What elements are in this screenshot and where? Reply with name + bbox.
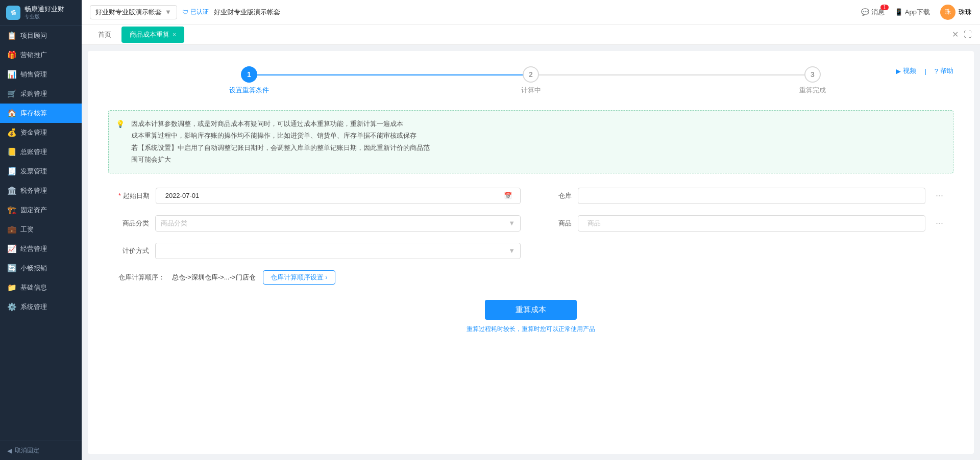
stepper: 1 设置重算条件 2 计算中 3 重算完成 ▶ bbox=[108, 66, 953, 95]
purchase-icon: 🛒 bbox=[7, 89, 16, 98]
calc-order-settings-button[interactable]: 仓库计算顺序设置 › bbox=[263, 270, 335, 285]
warehouse-dots[interactable]: ··· bbox=[936, 190, 943, 201]
sidebar-item-label: 发票管理 bbox=[20, 167, 47, 176]
help-button[interactable]: ? 帮助 bbox=[935, 66, 953, 75]
warehouse-label: 仓库 bbox=[541, 191, 572, 200]
verified-text: 已认证 bbox=[190, 8, 209, 16]
sidebar-header: 畅 畅康通好业财 专业版 bbox=[0, 0, 82, 26]
stepper-step2: 2 计算中 bbox=[390, 66, 672, 95]
tabs-bar: 首页 商品成本重算 × ✕ ⛶ bbox=[82, 24, 980, 45]
sidebar-item-inventory[interactable]: 🏠 库存核算 bbox=[0, 104, 82, 123]
sidebar-item-label: 营销推广 bbox=[20, 50, 47, 60]
topbar: 好业财专业版演示帐套 ▼ 🛡 已认证 好业财专业版演示帐套 💬 消息 1 📱 A… bbox=[82, 0, 980, 24]
sidebar-item-expense[interactable]: 🔄 小畅报销 bbox=[0, 259, 82, 278]
messages-badge: 1 bbox=[880, 5, 889, 10]
tax-icon: 🏛️ bbox=[7, 186, 16, 195]
sidebar-pin-toggle[interactable]: ◀ 取消固定 bbox=[0, 441, 82, 460]
calc-order-label: 仓库计算顺序： bbox=[118, 273, 165, 282]
start-date-label: 起始日期 bbox=[118, 191, 150, 200]
tab-cost-recalc[interactable]: 商品成本重算 × bbox=[121, 27, 184, 43]
tab-cost-recalc-label: 商品成本重算 bbox=[130, 30, 169, 39]
product-label: 商品 bbox=[541, 219, 572, 228]
form-row-2: 商品分类 商品分类 ▼ 商品 商品 ··· bbox=[118, 215, 943, 232]
step1-label: 设置重算条件 bbox=[229, 86, 269, 95]
pricing-method-arrow: ▼ bbox=[508, 247, 515, 254]
sidebar-item-label: 资金管理 bbox=[20, 128, 47, 137]
tab-close-icon[interactable]: × bbox=[173, 31, 176, 38]
category-arrow: ▼ bbox=[508, 219, 515, 227]
info-content: 因成本计算参数调整，或是对商品成本有疑问时，可以通过成本重算功能，重新计算一遍成… bbox=[119, 118, 943, 166]
sidebar-item-label: 销售管理 bbox=[20, 70, 47, 79]
info-line3: 若【系统设置】中启用了自动调整记账日期时，会调整入库单的整单记账日期，因此重新计… bbox=[131, 142, 943, 154]
close-window-icon[interactable]: ✕ bbox=[952, 30, 959, 39]
tab-controls: ✕ ⛶ bbox=[952, 30, 972, 39]
pricing-method-select[interactable]: ▼ bbox=[155, 243, 521, 259]
invoice-icon: 🧾 bbox=[7, 167, 16, 176]
accounting-icon: 📒 bbox=[7, 147, 16, 157]
sidebar-item-basic[interactable]: 📁 基础信息 bbox=[0, 278, 82, 297]
category-field: 商品分类 商品分类 ▼ bbox=[118, 215, 521, 232]
sidebar-item-label: 基础信息 bbox=[20, 283, 47, 292]
tab-home[interactable]: 首页 bbox=[90, 27, 119, 43]
fixed-assets-icon: 🏗️ bbox=[7, 206, 16, 215]
product-input[interactable]: 商品 bbox=[578, 215, 925, 232]
account-selector-text: 好业财专业版演示帐套 bbox=[95, 8, 162, 17]
video-label: 视频 bbox=[903, 66, 916, 75]
sidebar-item-label: 固定资产 bbox=[20, 206, 47, 215]
expand-icon[interactable]: ⛶ bbox=[964, 30, 972, 39]
sidebar-item-payroll[interactable]: 💼 工资 bbox=[0, 220, 82, 239]
product-field: 商品 商品 ··· bbox=[541, 215, 943, 232]
pricing-method-field: 计价方式 ▼ bbox=[118, 243, 521, 259]
sidebar-item-marketing[interactable]: 🎁 营销推广 bbox=[0, 45, 82, 65]
sidebar-item-finance[interactable]: 💰 资金管理 bbox=[0, 123, 82, 142]
sidebar-item-project[interactable]: 📋 项目顾问 bbox=[0, 26, 82, 45]
app-logo: 畅 bbox=[6, 6, 20, 20]
message-icon: 💬 bbox=[861, 8, 869, 16]
app-title: 畅康通好业财 专业版 bbox=[24, 5, 64, 20]
inventory-icon: 🏠 bbox=[7, 109, 16, 118]
sidebar-item-accounting[interactable]: 📒 总账管理 bbox=[0, 142, 82, 162]
recalculate-button[interactable]: 重算成本 bbox=[485, 300, 577, 320]
start-date-value: 2022-07-01 bbox=[161, 192, 501, 199]
calc-order-row: 仓库计算顺序： 总仓->深圳仓库->...->门店仓 仓库计算顺序设置 › bbox=[118, 270, 943, 285]
sidebar-item-tax[interactable]: 🏛️ 税务管理 bbox=[0, 181, 82, 200]
warehouse-input[interactable] bbox=[578, 188, 925, 204]
submit-section: 重算成本 重算过程耗时较长，重算时您可以正常使用产品 bbox=[108, 300, 953, 334]
form-row-3: 计价方式 ▼ bbox=[118, 243, 943, 259]
account-selector-arrow: ▼ bbox=[165, 8, 172, 16]
info-line4: 围可能会扩大 bbox=[131, 154, 943, 165]
sidebar-item-purchase[interactable]: 🛒 采购管理 bbox=[0, 84, 82, 104]
calendar-icon: 📅 bbox=[501, 192, 515, 199]
category-select[interactable]: 商品分类 ▼ bbox=[155, 215, 521, 232]
step3-circle: 3 bbox=[804, 66, 821, 83]
calc-order-btn-label: 仓库计算顺序设置 › bbox=[271, 273, 328, 282]
sidebar-item-label: 库存核算 bbox=[20, 109, 47, 118]
sidebar-item-label: 项目顾问 bbox=[20, 31, 47, 40]
avatar: 珠 bbox=[940, 5, 955, 20]
submit-hint: 重算过程耗时较长，重算时您可以正常使用产品 bbox=[467, 325, 595, 334]
finance-icon: 💰 bbox=[7, 128, 16, 137]
info-icon: 💡 bbox=[116, 118, 125, 131]
divider: | bbox=[924, 67, 926, 75]
sidebar-item-label: 工资 bbox=[20, 225, 34, 234]
basic-icon: 📁 bbox=[7, 283, 16, 292]
info-line2: 成本重算过程中，影响库存账的操作均不能操作，比如进货单、销货单、库存单据不能审核… bbox=[131, 130, 943, 141]
play-icon: ▶ bbox=[896, 67, 901, 75]
app-download-button[interactable]: 📱 App下载 bbox=[895, 8, 930, 17]
sidebar-item-fixed-assets[interactable]: 🏗️ 固定资产 bbox=[0, 200, 82, 220]
step2-circle: 2 bbox=[523, 66, 539, 83]
sidebar-nav: 📋 项目顾问 🎁 营销推广 📊 销售管理 🛒 采购管理 🏠 库存核算 💰 资金管… bbox=[0, 26, 82, 441]
sidebar-item-system[interactable]: ⚙️ 系统管理 bbox=[0, 297, 82, 317]
user-menu[interactable]: 珠 珠珠 bbox=[940, 5, 972, 20]
start-date-input[interactable]: 2022-07-01 📅 bbox=[156, 188, 521, 204]
step1-circle: 1 bbox=[241, 66, 257, 83]
messages-button[interactable]: 💬 消息 1 bbox=[861, 8, 885, 17]
sidebar-item-invoice[interactable]: 🧾 发票管理 bbox=[0, 162, 82, 181]
sidebar-item-sales[interactable]: 📊 销售管理 bbox=[0, 65, 82, 84]
sidebar-item-business[interactable]: 📈 经营管理 bbox=[0, 239, 82, 259]
stepper-step1: 1 设置重算条件 bbox=[108, 66, 390, 95]
account-selector[interactable]: 好业财专业版演示帐套 ▼ bbox=[90, 5, 177, 19]
sidebar-item-label: 税务管理 bbox=[20, 186, 47, 195]
product-dots[interactable]: ··· bbox=[936, 218, 943, 228]
video-button[interactable]: ▶ 视频 bbox=[896, 66, 916, 75]
